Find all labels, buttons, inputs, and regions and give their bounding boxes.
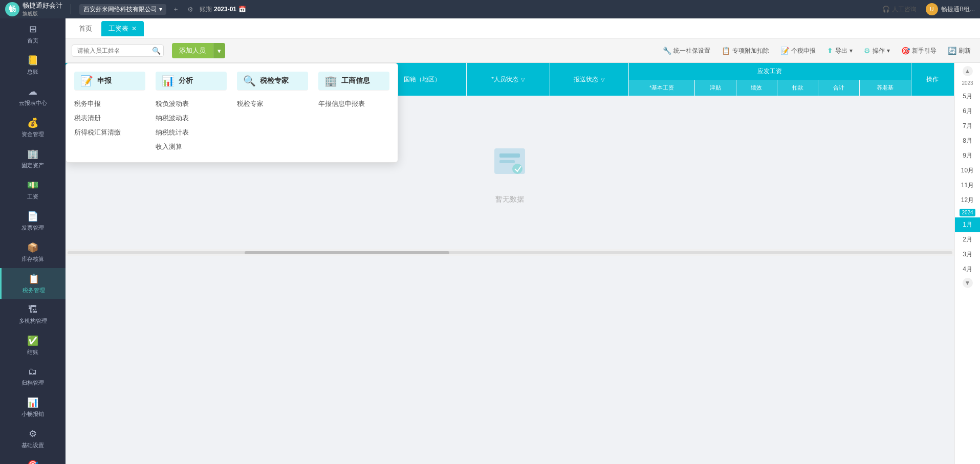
month-5[interactable]: 5月 xyxy=(955,89,980,104)
dropdown-item-tax-payment[interactable]: 纳税波动表 xyxy=(156,111,227,125)
sidebar-item-inventory[interactable]: 📦 库存核算 xyxy=(0,237,66,268)
company-dropdown-icon: ▾ xyxy=(159,6,162,13)
sidebar-inventory-label: 库存核算 xyxy=(21,255,44,263)
dropdown-item-annual-report[interactable]: 年报信息申报表 xyxy=(318,97,389,111)
sidebar-item-archive[interactable]: 🗂 归档管理 xyxy=(0,361,66,392)
tab-home[interactable]: 首页 xyxy=(72,21,99,36)
tax-icon: 📋 xyxy=(28,273,39,284)
sidebar-item-ledger[interactable]: 📒 总账 xyxy=(0,50,66,81)
dropdown-item-income-calc[interactable]: 所得税汇算清缴 xyxy=(74,125,145,140)
table-area: 工号 *姓名 ⇅ *部门 *证据类型 xyxy=(66,63,954,464)
month-3[interactable]: 3月 xyxy=(955,247,980,262)
sidebar-item-settle[interactable]: ✅ 结账 xyxy=(0,330,66,361)
sidebar-item-tax[interactable]: 📋 税务管理 xyxy=(0,268,66,299)
month-7[interactable]: 7月 xyxy=(955,119,980,134)
search-input[interactable] xyxy=(72,45,164,57)
th-report-status[interactable]: 报送状态 ▽ xyxy=(550,63,629,96)
th-deduction: 扣款 xyxy=(777,80,818,96)
dropdown-item-tax-stat[interactable]: 纳税统计表 xyxy=(156,125,227,140)
cloud-icon: ☁ xyxy=(28,86,37,97)
app-title: 畅捷通好会计 xyxy=(23,1,62,10)
settings-btn[interactable]: ⚙ xyxy=(185,4,195,15)
sidebar-item-invoice[interactable]: 📄 发票管理 xyxy=(0,206,66,237)
user-info[interactable]: U 畅捷通B组... xyxy=(926,3,975,15)
toolbar: 🔍 添加人员 ▾ 🔧 统一社保设置 📋 专项附加扣除 📝 xyxy=(66,39,980,63)
invoice-icon: 📄 xyxy=(27,211,38,222)
assets-icon: 🏢 xyxy=(27,148,38,160)
add-person-btn[interactable]: 添加人员 xyxy=(172,43,213,58)
period-edit-icon[interactable]: 📅 xyxy=(238,6,246,13)
sidebar-item-wages[interactable]: 💵 工资 xyxy=(0,174,66,206)
sidebar-ledger-label: 总账 xyxy=(27,68,38,76)
sidebar-item-guide[interactable]: 🎯 新手引导 xyxy=(0,454,66,464)
archive-icon: 🗂 xyxy=(28,366,37,377)
add-company-btn[interactable]: ＋ xyxy=(170,3,181,16)
app-logo: 畅 畅捷通好会计 旗舰版 xyxy=(5,1,62,17)
month-nav-down[interactable]: ▼ xyxy=(963,278,973,288)
sidebar-item-assets[interactable]: 🏢 固定资产 xyxy=(0,143,66,174)
dropdown-section-declare: 📝 申报 税务申报 税表清册 所得税汇算清缴 xyxy=(74,72,145,154)
sidebar-item-report[interactable]: 📊 小畅报销 xyxy=(0,392,66,423)
dropdown-item-tax-declare[interactable]: 税务申报 xyxy=(74,97,145,111)
newbie-guide-btn[interactable]: 🎯 新手引导 xyxy=(898,45,940,57)
social-insurance-btn[interactable]: 🔧 统一社保设置 xyxy=(660,45,713,57)
month-9[interactable]: 9月 xyxy=(955,148,980,163)
sidebar-item-settings[interactable]: ⚙ 基础设置 xyxy=(0,423,66,454)
dropdown-section-business: 🏢 工商信息 年报信息申报表 xyxy=(318,72,389,154)
sidebar-cloud-label: 云报表中心 xyxy=(19,99,47,107)
user-avatar: U xyxy=(926,3,938,15)
month-12[interactable]: 12月 xyxy=(955,193,980,208)
tax-declare-label: 个税申报 xyxy=(791,47,816,55)
empty-icon xyxy=(489,141,530,189)
special-deduction-btn[interactable]: 📋 专项附加扣除 xyxy=(718,45,772,57)
expert-section-label: 税检专家 xyxy=(260,76,289,85)
month-nav-up[interactable]: ▲ xyxy=(963,66,973,76)
sidebar-item-home[interactable]: ⊞ 首页 xyxy=(0,18,66,50)
dropdown-item-tax-expert[interactable]: 税检专家 xyxy=(237,97,308,111)
month-8[interactable]: 8月 xyxy=(955,134,980,148)
refresh-label: 刷新 xyxy=(959,47,971,55)
report-filter-icon[interactable]: ▽ xyxy=(601,77,605,82)
status-filter-icon[interactable]: ▽ xyxy=(521,77,525,82)
section-header-expert: 🔍 税检专家 xyxy=(237,72,308,91)
month-1[interactable]: 1月 xyxy=(955,217,980,232)
scroll-bar[interactable] xyxy=(66,250,954,256)
sidebar-item-funds[interactable]: 💰 资金管理 xyxy=(0,112,66,143)
sidebar: ⊞ 首页 📒 总账 ☁ 云报表中心 💰 资金管理 🏢 固定资产 💵 工资 📄 发… xyxy=(0,18,66,464)
dropdown-item-tax-burden[interactable]: 税负波动表 xyxy=(156,97,227,111)
report-icon: 📊 xyxy=(27,397,38,408)
analysis-section-icon: 📊 xyxy=(162,75,175,87)
sidebar-item-cloud[interactable]: ☁ 云报表中心 xyxy=(0,81,66,112)
main-content: 首页 工资表 ✕ 🔍 添加人员 ▾ 🔧 统 xyxy=(66,18,980,464)
month-11[interactable]: 11月 xyxy=(955,178,980,193)
th-status[interactable]: *人员状态 ▽ xyxy=(467,63,550,96)
company-selector[interactable]: 西安虾米网络科技有限公司 ▾ xyxy=(79,4,166,15)
social-icon: 🔧 xyxy=(663,47,671,55)
scroll-thumb[interactable] xyxy=(245,251,449,254)
add-person-dropdown-btn[interactable]: ▾ xyxy=(213,43,225,58)
tax-declare-btn[interactable]: 📝 个税申报 xyxy=(777,45,819,57)
add-person-label: 添加人员 xyxy=(179,46,206,55)
month-10[interactable]: 10月 xyxy=(955,163,980,178)
export-btn[interactable]: ⬆ 导出 ▾ xyxy=(824,45,856,57)
support-btn[interactable]: 🎧 人工咨询 xyxy=(879,3,920,16)
tab-wages[interactable]: 工资表 ✕ xyxy=(101,21,144,36)
month-4[interactable]: 4月 xyxy=(955,262,980,277)
ledger-icon: 📒 xyxy=(27,55,38,66)
sidebar-tax-label: 税务管理 xyxy=(23,286,45,294)
svg-rect-1 xyxy=(499,153,520,158)
sidebar-item-multi[interactable]: 🏗 多机构管理 xyxy=(0,299,66,330)
dropdown-item-income-calc2[interactable]: 收入测算 xyxy=(156,140,227,154)
dropdown-item-tax-table[interactable]: 税表清册 xyxy=(74,111,145,125)
search-icon[interactable]: 🔍 xyxy=(152,47,161,55)
sidebar-report-label: 小畅报销 xyxy=(21,410,44,418)
social-label: 统一社保设置 xyxy=(673,47,710,55)
tax-declare-icon: 📝 xyxy=(780,47,789,55)
operate-btn[interactable]: ⚙ 操作 ▾ xyxy=(861,45,893,57)
user-name: 畅捷通B组... xyxy=(941,5,975,14)
month-6[interactable]: 6月 xyxy=(955,104,980,119)
month-2[interactable]: 2月 xyxy=(955,232,980,247)
logo-icon: 畅 xyxy=(5,2,19,16)
tab-close-icon[interactable]: ✕ xyxy=(132,25,137,32)
refresh-btn[interactable]: 🔄 刷新 xyxy=(945,45,974,57)
